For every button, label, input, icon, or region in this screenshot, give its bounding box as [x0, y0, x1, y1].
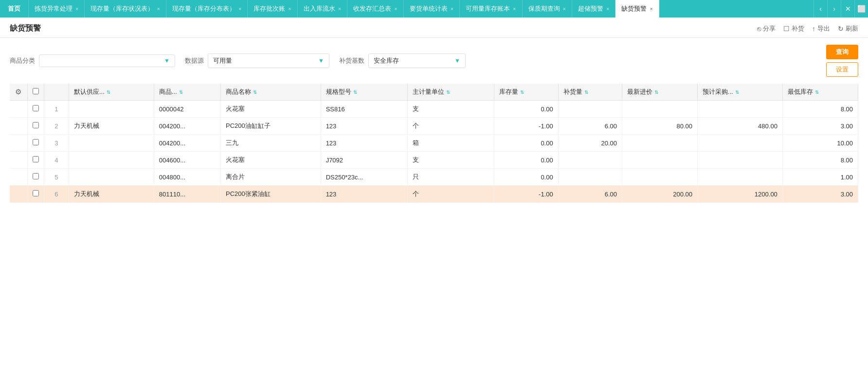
row-checkbox-cell[interactable] — [27, 152, 44, 169]
table-row[interactable]: 6 力天机械 801110... PC200张紧油缸 123 个 -1.00 6… — [10, 186, 858, 203]
category-select[interactable]: ▼ — [39, 54, 175, 67]
tab-overstock-close[interactable]: × — [606, 6, 609, 12]
row-min-stock: 3.00 — [782, 186, 858, 203]
tab-overstock[interactable]: 超储预警 × — [572, 0, 615, 18]
gear-icon[interactable]: ⚙ — [15, 88, 21, 96]
tab-shortage-close[interactable]: × — [650, 6, 652, 12]
tab-available-ledger-close[interactable]: × — [513, 6, 516, 12]
th-product-code[interactable]: 商品... ⇅ — [154, 84, 220, 101]
tab-exception-close[interactable]: × — [75, 6, 78, 12]
row-checkbox[interactable] — [33, 122, 39, 128]
tab-home-label: 首页 — [8, 4, 20, 13]
table-row[interactable]: 4 004600... 火花塞 J7092 支 0.00 8.00 — [10, 152, 858, 169]
table-row[interactable]: 2 力天机械 004200... PC200油缸缸子 123 个 -1.00 6… — [10, 118, 858, 135]
th-gear[interactable]: ⚙ — [10, 84, 27, 101]
th-product-name[interactable]: 商品名称 ⇅ — [220, 84, 321, 101]
table-row[interactable]: 1 0000042 火花塞 SS816 支 0.00 8.00 — [10, 101, 858, 118]
th-spec[interactable]: 规格型号 ⇅ — [321, 84, 407, 101]
row-checkbox-cell[interactable] — [27, 101, 44, 118]
th-min-stock[interactable]: 最低库存 ⇅ — [782, 84, 858, 101]
tab-exception-label: 拣货异常处理 — [35, 4, 72, 13]
th-row-num — [44, 84, 69, 101]
tab-inventory-dist[interactable]: 现存量（库存分布表） × — [166, 0, 248, 18]
tab-batch-account-label: 库存批次账 — [253, 4, 285, 13]
table-header-row: ⚙ 默认供应... ⇅ 商品... — [10, 84, 858, 101]
table-row[interactable]: 3 004200... 三九 123 箱 0.00 20.00 10.00 — [10, 135, 858, 152]
row-stock: -1.00 — [494, 186, 558, 203]
tab-available-ledger[interactable]: 可用量库存账本 × — [460, 0, 522, 18]
row-checkbox-cell[interactable] — [27, 118, 44, 135]
row-product-name: 离合片 — [220, 169, 321, 186]
th-stock[interactable]: 库存量 ⇅ — [494, 84, 558, 101]
row-product-code: 004600... — [154, 152, 220, 169]
replenish-icon: ☐ — [783, 25, 790, 33]
row-stock: 0.00 — [494, 169, 558, 186]
th-unit[interactable]: 主计量单位 ⇅ — [407, 84, 494, 101]
page-title: 缺货预警 — [10, 23, 41, 34]
row-est-purchase — [698, 169, 783, 186]
th-est-purchase[interactable]: 预计采购... ⇅ — [698, 84, 783, 101]
tab-receive-summary[interactable]: 收发存汇总表 × — [347, 0, 403, 18]
tab-nav-buttons: ‹ › ✕ ⬜ — [814, 0, 868, 18]
tab-order-stats-close[interactable]: × — [451, 6, 453, 12]
datasource-select[interactable]: 可用量 ▼ — [208, 53, 329, 68]
tab-inventory-dist-close[interactable]: × — [238, 6, 241, 12]
tab-inout-flow[interactable]: 出入库流水 × — [298, 0, 347, 18]
tab-nav-next[interactable]: › — [827, 0, 841, 18]
row-est-purchase — [698, 135, 783, 152]
select-all-checkbox[interactable] — [33, 88, 39, 94]
tab-batch-account[interactable]: 库存批次账 × — [248, 0, 297, 18]
row-product-name: 火花塞 — [220, 101, 321, 118]
tab-nav-prev[interactable]: ‹ — [814, 0, 827, 18]
tab-inventory-dist-label: 现存量（库存分布表） — [172, 4, 235, 13]
row-checkbox-cell[interactable] — [27, 135, 44, 152]
tab-inventory-status-close[interactable]: × — [157, 6, 160, 12]
row-latest-price — [622, 101, 698, 118]
share-button[interactable]: ⎋ 分享 — [757, 24, 776, 33]
tab-nav-fullscreen[interactable]: ⬜ — [854, 0, 868, 18]
tab-expiry-query-close[interactable]: × — [563, 6, 566, 12]
refresh-button[interactable]: ↻ 刷新 — [838, 24, 858, 33]
tab-batch-account-close[interactable]: × — [288, 6, 291, 12]
datasource-label: 数据源 — [185, 56, 204, 65]
tab-expiry-query[interactable]: 保质期查询 × — [523, 0, 572, 18]
row-min-stock: 3.00 — [782, 118, 858, 135]
header-actions: ⎋ 分享 ☐ 补货 ↑ 导出 ↻ 刷新 — [757, 24, 858, 33]
row-checkbox-cell[interactable] — [27, 186, 44, 203]
replenish-value: 安全库存 — [374, 56, 399, 65]
tab-shortage[interactable]: 缺货预警 × — [615, 0, 659, 18]
tab-nav-close[interactable]: ✕ — [841, 0, 854, 18]
row-checkbox[interactable] — [33, 156, 39, 162]
replenish-select[interactable]: 安全库存 ▼ — [368, 53, 466, 68]
th-supplier[interactable]: 默认供应... ⇅ — [69, 84, 154, 101]
row-supplier — [69, 135, 154, 152]
tab-home[interactable]: 首页 — [0, 0, 29, 18]
query-button[interactable]: 查询 — [826, 45, 858, 59]
sort-icon-spec: ⇅ — [353, 89, 357, 95]
th-latest-price[interactable]: 最新进价 ⇅ — [622, 84, 698, 101]
tab-inout-flow-close[interactable]: × — [338, 6, 341, 12]
export-button[interactable]: ↑ 导出 — [812, 24, 830, 33]
tab-order-stats[interactable]: 要货单统计表 × — [404, 0, 460, 18]
tab-exception[interactable]: 拣货异常处理 × — [29, 0, 85, 18]
th-replenish-qty[interactable]: 补货量 ⇅ — [558, 84, 622, 101]
filter-area: 商品分类 ▼ 数据源 可用量 ▼ 补货基数 安全库存 ▼ 查询 设置 — [0, 38, 868, 84]
row-stock: -1.00 — [494, 118, 558, 135]
tab-receive-summary-close[interactable]: × — [394, 6, 397, 12]
row-min-stock: 8.00 — [782, 101, 858, 118]
row-checkbox[interactable] — [33, 173, 39, 179]
row-checkbox-cell[interactable] — [27, 169, 44, 186]
row-checkbox[interactable] — [33, 190, 39, 196]
tab-inventory-status[interactable]: 现存量（库存状况表） × — [85, 0, 166, 18]
table-row[interactable]: 5 004800... 离合片 DS250*23c... 只 0.00 1.00 — [10, 169, 858, 186]
th-checkbox — [27, 84, 44, 101]
row-replenish-qty — [558, 169, 622, 186]
row-checkbox[interactable] — [33, 139, 39, 145]
row-checkbox[interactable] — [33, 105, 39, 111]
row-number: 1 — [44, 101, 69, 118]
settings-button[interactable]: 设置 — [826, 62, 858, 77]
replenish-button[interactable]: ☐ 补货 — [783, 24, 804, 33]
row-spec: 123 — [321, 118, 407, 135]
row-est-purchase — [698, 152, 783, 169]
row-spec: 123 — [321, 135, 407, 152]
